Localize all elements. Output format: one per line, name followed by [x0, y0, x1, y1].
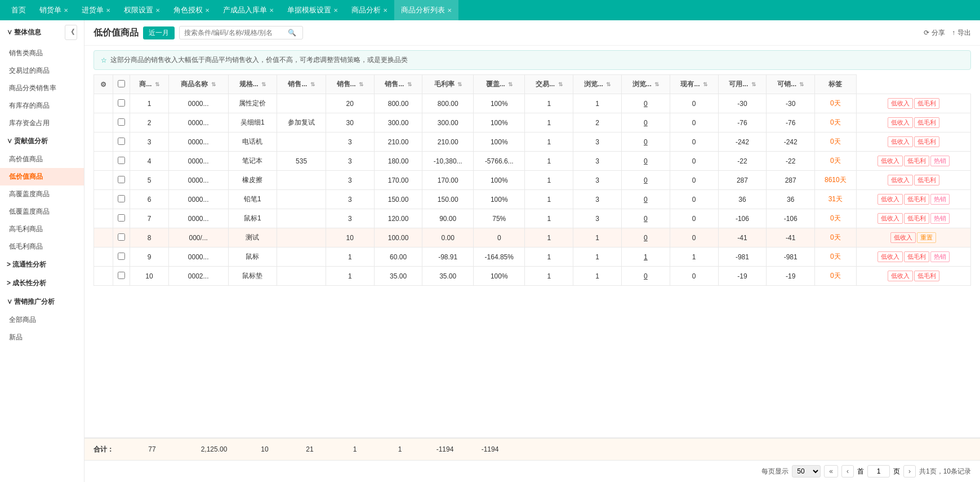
nav-home[interactable]: 首页 — [5, 0, 33, 20]
sidebar-section-contribution[interactable]: ∨ 贡献值分析 — [0, 132, 84, 151]
cell-checkbox[interactable] — [113, 267, 130, 286]
sidebar-item-all-goods[interactable]: 全部商品 — [0, 311, 84, 329]
view1-link[interactable]: 0 — [644, 234, 648, 242]
sidebar-item-category-sales[interactable]: 商品分类销售率 — [0, 79, 84, 97]
col-tags[interactable]: 标签 — [815, 75, 856, 94]
row-checkbox[interactable] — [118, 157, 125, 164]
sidebar-section-growth[interactable]: > 成长性分析 — [0, 274, 84, 293]
share-button[interactable]: ⟳ 分享 — [924, 28, 945, 38]
col-coverage[interactable]: 覆盖... ⇅ — [473, 75, 525, 94]
cell-view1[interactable]: 0 — [622, 171, 670, 190]
nav-roles[interactable]: 角色授权 ✕ — [167, 0, 216, 20]
view1-link[interactable]: 0 — [644, 272, 648, 280]
col-sale-qty[interactable]: 销售... ⇅ — [277, 75, 326, 94]
next-page-button[interactable]: › — [903, 465, 916, 477]
sidebar-item-low-coverage[interactable]: 低覆盖度商品 — [0, 203, 84, 220]
table-container[interactable]: ⚙ 商... ⇅ 商品名称 ⇅ 规格... ⇅ 销售... ⇅ 销售... ⇅ … — [84, 74, 980, 437]
search-icon[interactable]: 🔍 — [288, 29, 296, 37]
close-icon[interactable]: ✕ — [205, 7, 210, 14]
view1-link[interactable]: 0 — [644, 100, 648, 108]
close-icon[interactable]: ✕ — [269, 7, 274, 14]
col-available[interactable]: 可用... ⇅ — [718, 75, 767, 94]
row-checkbox[interactable] — [118, 138, 125, 145]
view1-link[interactable]: 0 — [644, 215, 648, 223]
view1-link[interactable]: 0 — [644, 138, 648, 146]
close-icon[interactable]: ✕ — [333, 7, 338, 14]
cell-view1[interactable]: 0 — [622, 190, 670, 209]
cell-view1[interactable]: 0 — [622, 94, 670, 113]
col-name[interactable]: 商品名称 ⇅ — [168, 75, 228, 94]
close-icon[interactable]: ✕ — [106, 7, 110, 14]
row-checkbox[interactable] — [118, 253, 125, 260]
select-all-checkbox[interactable] — [118, 80, 125, 87]
row-checkbox[interactable] — [118, 214, 125, 222]
nav-purchase[interactable]: 进货单 ✕ — [75, 0, 117, 20]
cell-checkbox[interactable] — [113, 171, 130, 190]
row-checkbox[interactable] — [118, 233, 125, 241]
col-settings[interactable]: ⚙ — [94, 75, 113, 94]
row-checkbox[interactable] — [118, 195, 125, 202]
sidebar-item-high-coverage[interactable]: 高覆盖度商品 — [0, 185, 84, 203]
nav-analysis-list[interactable]: 商品分析列表 ✕ — [394, 0, 458, 20]
cell-checkbox[interactable] — [113, 209, 130, 228]
sidebar-item-traded-goods[interactable]: 交易过的商品 — [0, 62, 84, 79]
collapse-icon[interactable]: 《 — [65, 25, 77, 40]
nav-analysis[interactable]: 商品分析 ✕ — [345, 0, 394, 20]
sidebar-item-high-value[interactable]: 高价值商品 — [0, 151, 84, 168]
cell-checkbox[interactable] — [113, 190, 130, 209]
cell-view1[interactable]: 0 — [622, 209, 670, 228]
row-checkbox[interactable] — [118, 272, 125, 279]
view1-link[interactable]: 0 — [644, 176, 648, 184]
sidebar-item-high-margin[interactable]: 高毛利商品 — [0, 220, 84, 238]
view1-link[interactable]: 0 — [644, 157, 648, 165]
col-sale-price[interactable]: 销售... ⇅ — [326, 75, 374, 94]
view1-link[interactable]: 0 — [644, 119, 648, 127]
cell-checkbox[interactable] — [113, 132, 130, 152]
sidebar-item-low-value[interactable]: 低价值商品 — [0, 168, 84, 185]
cell-view1[interactable]: 0 — [622, 152, 670, 171]
nav-products-in[interactable]: 产成品入库单 ✕ — [216, 0, 280, 20]
cell-view1[interactable]: 0 — [622, 267, 670, 286]
filter-recent-month[interactable]: 近一月 — [143, 26, 175, 39]
cell-checkbox[interactable] — [113, 113, 130, 132]
cell-view1[interactable]: 0 — [622, 113, 670, 132]
sidebar-section-circulation[interactable]: > 流通性分析 — [0, 255, 84, 274]
row-checkbox[interactable] — [118, 176, 125, 183]
export-button[interactable]: ↑ 导出 — [952, 28, 971, 38]
sidebar-item-stock-capital[interactable]: 库存资金占用 — [0, 114, 84, 132]
sidebar-section-marketing[interactable]: ∨ 营销推广分析 — [0, 293, 84, 311]
col-saleable[interactable]: 可销... ⇅ — [767, 75, 815, 94]
page-size-select[interactable]: 50 100 200 — [792, 465, 821, 477]
row-checkbox[interactable] — [118, 99, 125, 107]
col-current[interactable]: 现有... ⇅ — [670, 75, 718, 94]
view1-link[interactable]: 0 — [644, 196, 648, 204]
cell-checkbox[interactable] — [113, 152, 130, 171]
nav-template[interactable]: 单据模板设置 ✕ — [280, 0, 345, 20]
nav-permissions[interactable]: 权限设置 ✕ — [117, 0, 167, 20]
row-checkbox[interactable] — [118, 118, 125, 126]
col-margin[interactable]: 毛利率 ⇅ — [422, 75, 474, 94]
close-icon[interactable]: ✕ — [383, 7, 387, 14]
prev-page-button[interactable]: ‹ — [841, 465, 854, 477]
cell-view1[interactable]: 1 — [622, 247, 670, 267]
col-spec[interactable]: 规格... ⇅ — [228, 75, 277, 94]
cell-checkbox[interactable] — [113, 228, 130, 247]
cell-view1[interactable]: 0 — [622, 132, 670, 152]
col-view2[interactable]: 浏览... ⇅ — [622, 75, 670, 94]
close-icon[interactable]: ✕ — [155, 7, 160, 14]
sidebar-item-new-goods[interactable]: 新品 — [0, 329, 84, 346]
col-checkbox[interactable] — [113, 75, 130, 94]
first-page-button[interactable]: « — [824, 465, 838, 477]
cell-view1[interactable]: 0 — [622, 228, 670, 247]
col-code[interactable]: 商... ⇅ — [130, 75, 169, 94]
search-input[interactable] — [184, 29, 286, 37]
cell-checkbox[interactable] — [113, 247, 130, 267]
sidebar-item-stock-goods[interactable]: 有库存的商品 — [0, 97, 84, 114]
view1-link[interactable]: 1 — [644, 253, 648, 261]
cell-checkbox[interactable] — [113, 94, 130, 113]
sidebar-item-sales-goods[interactable]: 销售类商品 — [0, 45, 84, 62]
page-number-input[interactable] — [867, 465, 890, 477]
col-sale-amount[interactable]: 销售... ⇅ — [374, 75, 422, 94]
sidebar-item-low-margin[interactable]: 低毛利商品 — [0, 238, 84, 255]
col-view1[interactable]: 浏览... ⇅ — [573, 75, 622, 94]
